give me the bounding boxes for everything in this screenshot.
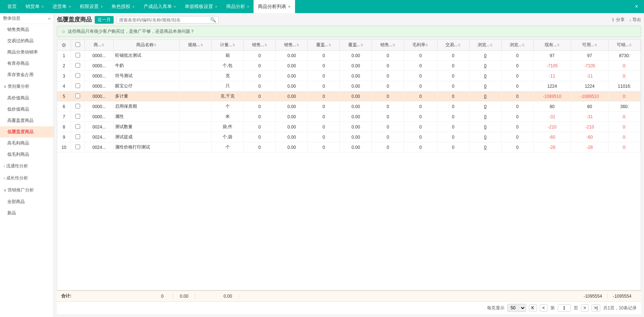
nav-tab-purchase[interactable]: 进货单 × [48, 0, 75, 13]
row-checkbox[interactable] [71, 112, 85, 122]
settings-icon[interactable]: ⚙ [62, 42, 66, 48]
sidebar-item-capital[interactable]: 库存资金占用 [0, 69, 54, 80]
share-button[interactable]: ⇧ 分享 [611, 17, 625, 23]
row-browse1[interactable]: 0 [469, 112, 501, 122]
nav-tab-template[interactable]: 单据模板设置 × [180, 0, 221, 13]
row-available-stock: -31 [571, 112, 608, 122]
col-name[interactable]: 商品名称⇅ [114, 40, 180, 51]
col-browse1[interactable]: 浏览...⇅ [469, 40, 501, 51]
table-row: 80024...测试数量袋,件00.0000.0000000-210-2100: [57, 122, 641, 132]
nav-tab-home[interactable]: 首页 [3, 0, 21, 13]
col-coverage1[interactable]: 覆盖...⇅ [308, 40, 340, 51]
sidebar-item-all-goods[interactable]: 全部商品 [0, 196, 54, 207]
sidebar-item-new-goods[interactable]: 新品 [0, 207, 54, 219]
page-size-select[interactable]: 50 100 [507, 304, 526, 312]
col-sales-amt[interactable]: 销售...⇅ [276, 40, 308, 51]
row-browse1[interactable]: 0 [469, 132, 501, 142]
row-browse1[interactable]: 0 [469, 91, 501, 102]
nav-tab-product-entry[interactable]: 产成品入库单 × [139, 0, 180, 13]
export-button[interactable]: ↓ 导出 [629, 17, 641, 23]
row-browse1[interactable]: 0 [469, 71, 501, 81]
row-checkbox[interactable] [71, 91, 85, 102]
row-checkbox[interactable] [71, 102, 85, 112]
row-browse2: 0 [501, 71, 533, 81]
sidebar-section-marketing-title[interactable]: ∨ 营销推广分析 [0, 184, 54, 196]
sidebar-section-category-title[interactable]: ∨ 类别量分析 [0, 80, 54, 92]
sidebar-collapse-button[interactable]: « [48, 16, 51, 21]
sidebar-item-high-value[interactable]: 高价值商品 [0, 92, 54, 104]
nav-tab-purchase-close[interactable]: × [68, 4, 71, 9]
col-spec[interactable]: 规格...⇅ [180, 40, 212, 51]
nav-tab-sales[interactable]: 销货单 × [21, 0, 48, 13]
nav-tab-analysis-close[interactable]: × [247, 4, 249, 9]
nav-tab-analysis-list[interactable]: 商品分析列表 × [254, 0, 295, 13]
col-unit[interactable]: 计量...⇅ [212, 40, 244, 51]
page-number-input[interactable] [558, 304, 571, 312]
row-browse1[interactable]: 0 [469, 81, 501, 91]
nav-tab-role[interactable]: 角色授权 × [107, 0, 139, 13]
row-checkbox[interactable] [71, 81, 85, 91]
col-coverage2[interactable]: 覆盖...⇅ [340, 40, 372, 51]
nav-tab-analysis[interactable]: 商品分析 × [222, 0, 254, 13]
col-gross-rate[interactable]: 毛利率⇅ [404, 40, 437, 51]
sidebar-item-low-value[interactable]: 低价值商品 [0, 104, 54, 115]
row-sales-qty: 0 [244, 81, 276, 91]
search-input[interactable] [119, 17, 210, 23]
row-browse1[interactable]: 0 [469, 61, 501, 71]
row-coverage1: 0 [308, 132, 340, 142]
last-page-button[interactable]: >| [592, 304, 600, 312]
row-coverage2: 0.00 [340, 71, 372, 81]
sidebar-item-low-coverage[interactable]: 低覆盖度商品 [0, 126, 54, 138]
arrow-icon: ∨ [4, 84, 6, 88]
sidebar-item-low-profit[interactable]: 低毛利商品 [0, 149, 54, 160]
row-trade: 0 [437, 81, 469, 91]
col-sales3[interactable]: 销售...⇅ [372, 40, 404, 51]
col-current-stock[interactable]: 现有...⇅ [533, 40, 571, 51]
row-browse1[interactable]: 0 [469, 142, 501, 152]
col-trade[interactable]: 交易...⇅ [437, 40, 469, 51]
nav-tab-sales-close[interactable]: × [42, 4, 44, 9]
row-checkbox[interactable] [71, 122, 85, 132]
row-current-stock: -11 [533, 71, 571, 81]
row-browse1[interactable]: 0 [469, 51, 501, 61]
col-code[interactable]: 商...⇅ [85, 40, 114, 51]
row-name: 属性价格打印测试 [114, 142, 180, 152]
nav-tab-permission-close[interactable]: × [101, 4, 103, 9]
nav-tab-template-close[interactable]: × [215, 4, 217, 9]
col-settings[interactable]: ⚙ [57, 40, 71, 51]
row-checkbox[interactable] [71, 61, 85, 71]
col-sales-qty[interactable]: 销售...⇅ [244, 40, 276, 51]
row-checkbox[interactable] [71, 132, 85, 142]
nav-tab-product-entry-close[interactable]: × [174, 4, 176, 9]
col-available-stock[interactable]: 可用...⇅ [571, 40, 608, 51]
period-button[interactable]: 近一月 [95, 16, 114, 24]
next-page-button[interactable]: > [581, 304, 589, 312]
row-checkbox[interactable] [71, 71, 85, 81]
sidebar-item-category-rate[interactable]: 商品分类动销率 [0, 47, 54, 58]
nav-tab-role-close[interactable]: × [132, 4, 134, 9]
sidebar-item-sales-goods[interactable]: 销售类商品 [0, 24, 54, 35]
row-browse1[interactable]: 0 [469, 122, 501, 132]
col-browse2[interactable]: 浏览...⇅ [501, 40, 533, 51]
row-code: 0000... [85, 91, 114, 102]
nav-tab-analysis-list-close[interactable]: × [288, 4, 290, 9]
row-browse1[interactable]: 0 [469, 102, 501, 112]
row-browse2: 0 [501, 51, 533, 61]
sidebar-item-traded-goods[interactable]: 交易过的商品 [0, 35, 54, 47]
sidebar-section-liquidity-title[interactable]: › 流通性分析 [0, 160, 54, 172]
sidebar-item-high-coverage[interactable]: 高覆盖度商品 [0, 115, 54, 126]
col-sellable[interactable]: 可销...⇅ [608, 40, 640, 51]
select-all-checkbox[interactable] [75, 42, 80, 47]
sidebar-item-stock-goods[interactable]: 有库存商品 [0, 58, 54, 69]
sidebar-section-growth-title[interactable]: › 成长性分析 [0, 172, 54, 184]
row-checkbox[interactable] [71, 51, 85, 61]
first-page-button[interactable]: K [529, 304, 537, 312]
row-checkbox[interactable] [71, 142, 85, 152]
close-all-button[interactable]: × [632, 3, 641, 10]
sidebar-item-high-profit[interactable]: 高毛利商品 [0, 138, 54, 149]
col-trade-sort: ⇅ [458, 43, 461, 47]
sidebar-section-overall: 销售类商品 交易过的商品 商品分类动销率 有库存商品 库存资金占用 [0, 24, 54, 80]
nav-tab-permission[interactable]: 权限设置 × [75, 0, 107, 13]
col-coverage1-sort: ⇅ [329, 43, 331, 47]
prev-page-button[interactable]: < [540, 304, 547, 312]
